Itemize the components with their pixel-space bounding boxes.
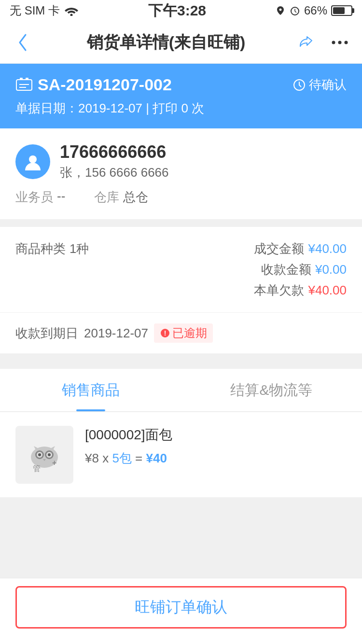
product-image: + 管: [25, 435, 64, 474]
overdue-text: 已逾期: [172, 325, 207, 341]
amounts: 成交金额 ¥40.00 收款金额 ¥0.00 本单欠款 ¥40.00: [254, 240, 347, 299]
svg-text:!: !: [164, 329, 167, 337]
share-button[interactable]: [296, 32, 318, 53]
tab-settlement[interactable]: 结算&物流等: [181, 369, 362, 411]
order-date: 单据日期：2019-12-07 | 打印 0 次: [15, 100, 347, 117]
wifi-icon: [64, 5, 79, 16]
salesperson-item: 业务员 --: [15, 189, 65, 206]
product-types-value: 1种: [70, 240, 89, 257]
back-button[interactable]: [12, 30, 36, 55]
warehouse-item: 仓库 总仓: [94, 189, 148, 206]
product-item: + 管 [0000002]面包 ¥8 x 5包 = ¥40: [0, 412, 362, 497]
debt-amount: ¥40.00: [308, 283, 347, 298]
transaction-item: 成交金额 ¥40.00: [254, 240, 347, 257]
tabs-section: 销售商品 结算&物流等 +: [0, 369, 362, 497]
customer-name: 张，156 6666 6666: [60, 164, 347, 181]
product-name: [0000002]面包: [85, 426, 347, 444]
status-left: 无 SIM 卡: [10, 3, 79, 18]
order-id: SA-20191207-002: [15, 75, 172, 94]
customer-section: 17666666666 张，156 6666 6666 业务员 -- 仓库 总仓: [0, 128, 362, 219]
alarm-icon: [290, 5, 300, 16]
customer-info: 17666666666 张，156 6666 6666: [60, 142, 347, 181]
svg-point-3: [338, 41, 342, 44]
carrier-label: 无 SIM 卡: [10, 3, 60, 18]
product-qty: 5包: [112, 451, 131, 465]
customer-phone: 17666666666: [60, 142, 347, 162]
svg-point-4: [345, 41, 348, 44]
transaction-amount: ¥40.00: [308, 241, 347, 256]
location-icon: [275, 5, 286, 16]
due-date: 2019-12-07: [84, 326, 148, 341]
battery-icon: [331, 5, 352, 16]
summary-row: 商品种类 1种 成交金额 ¥40.00 收款金额 ¥0.00 本单欠款 ¥40.…: [15, 240, 347, 299]
tabs-bar: 销售商品 结算&物流等: [0, 369, 362, 412]
customer-meta: 业务员 -- 仓库 总仓: [15, 189, 347, 206]
salesperson-label: 业务员: [15, 189, 53, 206]
customer-row: 17666666666 张，156 6666 6666: [15, 142, 347, 181]
salesperson-value: --: [57, 189, 65, 206]
time-display: 下午3:28: [148, 1, 206, 21]
nav-actions: [296, 32, 350, 53]
more-button[interactable]: [329, 32, 350, 53]
confirm-button[interactable]: 旺铺订单确认: [15, 586, 347, 629]
order-icon: [15, 78, 33, 92]
clock-icon: [292, 78, 306, 92]
due-label: 收款到期日: [15, 325, 78, 342]
transaction-label: 成交金额: [254, 240, 304, 257]
received-amount: ¥0.00: [315, 262, 347, 277]
debt-label: 本单欠款: [254, 282, 304, 299]
warehouse-label: 仓库: [94, 189, 119, 206]
received-item: 收款金额 ¥0.00: [261, 261, 347, 278]
avatar: [15, 144, 50, 179]
product-thumbnail: + 管: [15, 426, 73, 484]
warning-icon: !: [160, 328, 170, 338]
debt-item: 本单欠款 ¥40.00: [254, 282, 347, 299]
product-info: [0000002]面包 ¥8 x 5包 = ¥40: [85, 426, 347, 484]
warehouse-value: 总仓: [123, 189, 148, 206]
overdue-badge: ! 已逾期: [154, 323, 213, 343]
svg-point-2: [332, 41, 335, 44]
battery-label: 66%: [304, 4, 327, 17]
battery-fill: [333, 7, 345, 14]
order-header-top: SA-20191207-002 待确认: [15, 75, 347, 94]
status-bar: 无 SIM 卡 下午3:28 66%: [0, 0, 362, 21]
due-section: 收款到期日 2019-12-07 ! 已逾期: [0, 312, 362, 353]
status-right: 66%: [275, 4, 352, 17]
divider-1: [0, 219, 362, 227]
order-header: SA-20191207-002 待确认 单据日期：2019-12-07 | 打印…: [0, 64, 362, 128]
bottom-bar: 旺铺订单确认: [0, 578, 362, 644]
product-types-label: 商品种类: [15, 240, 66, 257]
product-types: 商品种类 1种: [15, 240, 89, 257]
page-title: 销货单详情(来自旺铺): [87, 31, 246, 54]
product-total: ¥40: [146, 451, 167, 465]
svg-point-18: [48, 453, 51, 456]
divider-2: [0, 353, 362, 361]
order-status: 待确认: [292, 76, 347, 93]
svg-text:管: 管: [33, 464, 41, 473]
svg-point-17: [38, 453, 41, 456]
svg-point-0: [70, 14, 73, 16]
tab-products[interactable]: 销售商品: [0, 369, 181, 411]
nav-bar: 销货单详情(来自旺铺): [0, 21, 362, 64]
summary-section: 商品种类 1种 成交金额 ¥40.00 收款金额 ¥0.00 本单欠款 ¥40.…: [0, 227, 362, 312]
svg-text:+: +: [52, 459, 56, 467]
svg-point-9: [29, 155, 37, 163]
received-label: 收款金额: [261, 261, 311, 278]
product-price: ¥8 x 5包 = ¥40: [85, 450, 347, 467]
